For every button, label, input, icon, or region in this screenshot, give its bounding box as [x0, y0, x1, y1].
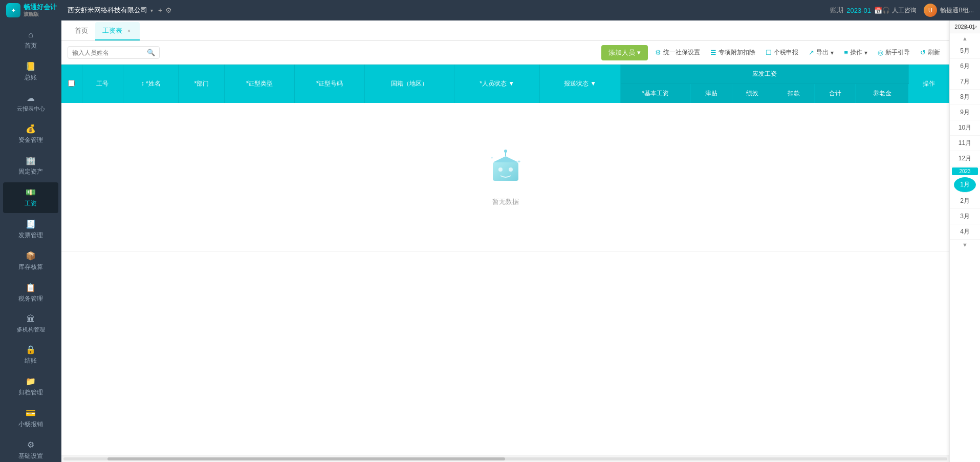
period-value[interactable]: 2023-01 — [846, 7, 871, 14]
th-deduction: 扣款 — [773, 84, 815, 103]
sidebar-item-settings[interactable]: ⚙ 基础设置 — [3, 435, 58, 462]
sidebar-item-expense[interactable]: 💳 小畅报销 — [3, 403, 58, 434]
month-item-2022-05[interactable]: 5月 — [950, 44, 980, 59]
th-checkbox[interactable] — [61, 65, 82, 103]
sidebar-item-tax[interactable]: 📋 税务管理 — [3, 278, 58, 308]
month-item-2022-09[interactable]: 9月 — [950, 105, 980, 120]
guide-label: 新手引导 — [885, 48, 910, 57]
sidebar-label-archive: 归档管理 — [18, 388, 43, 397]
sidebar-label-expense: 小畅报销 — [18, 420, 43, 429]
month-item-2022-07[interactable]: 7月 — [950, 74, 980, 90]
th-salary-group: 应发工资 — [620, 65, 908, 84]
add-employee-label: 添加人员 — [608, 48, 635, 57]
right-panel-close-icon[interactable]: ✕ — [962, 23, 970, 33]
sidebar-item-home[interactable]: ⌂ 首页 — [3, 25, 58, 55]
tax-report-button[interactable]: ☐ 个税申报 — [763, 46, 801, 59]
svg-point-3 — [509, 167, 513, 172]
settings-icon: ⚙ — [27, 440, 34, 450]
special-deduction-button[interactable]: ☰ 专项附加扣除 — [707, 46, 758, 59]
sidebar-item-invoice[interactable]: 🧾 发票管理 — [3, 214, 58, 245]
svg-marker-1 — [493, 156, 518, 162]
expense-icon: 💳 — [26, 408, 36, 418]
sidebar-label-cloud: 云报表中心 — [17, 105, 45, 113]
month-item-2023-04[interactable]: 4月 — [950, 224, 980, 240]
company-settings-button[interactable]: ⚙ — [165, 6, 172, 14]
th-operations: 操作 — [908, 65, 949, 103]
user-info[interactable]: U 畅捷通B组... — [924, 4, 974, 17]
home-icon: ⌂ — [28, 30, 33, 39]
export-button[interactable]: ↗ 导出 ▾ — [805, 46, 837, 59]
month-item-2022-11[interactable]: 11月 — [950, 136, 980, 151]
svg-point-2 — [498, 167, 503, 172]
sidebar-item-archive[interactable]: 📁 归档管理 — [3, 371, 58, 402]
search-input[interactable] — [72, 49, 144, 56]
sidebar-item-fund[interactable]: 💰 资金管理 — [3, 119, 58, 150]
add-company-button[interactable]: + — [158, 6, 162, 14]
tab-home[interactable]: 首页 — [68, 22, 95, 40]
svg-text:✦: ✦ — [490, 156, 494, 160]
month-item-2022-06[interactable]: 6月 — [950, 59, 980, 74]
sidebar-item-fixed-assets[interactable]: 🏢 固定资产 — [3, 151, 58, 181]
sidebar-item-ledger[interactable]: 📒 总账 — [3, 56, 58, 87]
add-employee-button[interactable]: 添加人员 ▾ — [601, 45, 648, 60]
month-item-2023-01[interactable]: 1月 — [954, 177, 976, 193]
th-department: *部门 — [179, 65, 225, 103]
tax-report-label: 个税申报 — [774, 48, 798, 57]
empty-state-icon: ✦ ✦ — [485, 148, 526, 189]
select-all-checkbox[interactable] — [68, 80, 75, 87]
sidebar-item-closing[interactable]: 🔒 结账 — [3, 340, 58, 370]
sidebar-item-multi-org[interactable]: 🏛 多机构管理 — [3, 309, 58, 339]
social-security-button[interactable]: ⚙ 统一社保设置 — [652, 46, 703, 59]
bottom-scrollbar[interactable] — [61, 455, 949, 462]
closing-icon: 🔒 — [26, 345, 36, 354]
month-item-2022-12[interactable]: 12月 — [950, 151, 980, 166]
right-panel-expand-icon[interactable]: ⤢ — [971, 23, 979, 33]
export-arrow: ▾ — [831, 49, 834, 56]
operate-button[interactable]: ≡ 操作 ▾ — [841, 46, 870, 59]
th-id-type: *证型类型 — [225, 65, 295, 103]
th-performance: 绩效 — [732, 84, 773, 103]
month-item-2023-03[interactable]: 3月 — [950, 209, 980, 224]
table-wrap: 工号 ↕ *姓名 *部门 *证型类型 *证型号码 国籍（地区） *人员状态 ▼ … — [61, 65, 949, 455]
sidebar-label-inventory: 库存核算 — [18, 263, 43, 271]
tab-salary-close[interactable]: × — [125, 27, 133, 34]
scrollbar-thumb[interactable] — [107, 457, 505, 460]
sidebar-label-invoice: 发票管理 — [18, 231, 43, 240]
building-icon: 🏢 — [26, 156, 36, 165]
refresh-label: 刷新 — [928, 48, 940, 57]
sidebar-label-settings: 基础设置 — [18, 452, 43, 460]
month-nav-up[interactable]: ▲ — [950, 33, 980, 44]
tab-salary[interactable]: 工资表 × — [95, 22, 140, 40]
th-nationality: 国籍（地区） — [365, 65, 454, 103]
app-title: 畅通好会计 — [24, 3, 57, 11]
support-button[interactable]: 🎧 人工咨询 — [882, 6, 917, 15]
invoice-icon: 🧾 — [26, 219, 36, 229]
sidebar-item-cloud-report[interactable]: ☁ 云报表中心 — [3, 88, 58, 118]
th-allowance: 津贴 — [690, 84, 732, 103]
month-list: ▲ 5月 6月 7月 8月 9月 10月 11月 — [950, 33, 980, 462]
month-item-2022-08[interactable]: 8月 — [950, 90, 980, 105]
guide-button[interactable]: ◎ 新手引导 — [875, 46, 913, 59]
company-dropdown-icon[interactable]: ▾ — [150, 8, 153, 13]
fund-icon: 💰 — [26, 124, 36, 134]
th-report-status[interactable]: 报送状态 ▼ — [540, 65, 621, 103]
year-2023-badge: 2023 — [952, 167, 978, 175]
refresh-button[interactable]: ↺ 刷新 — [917, 46, 943, 59]
sidebar-item-salary[interactable]: 💵 工资 — [3, 182, 58, 213]
svg-rect-0 — [493, 162, 518, 181]
sidebar-label-home: 首页 — [25, 41, 37, 50]
month-item-2022-10[interactable]: 10月 — [950, 120, 980, 136]
svg-point-5 — [504, 150, 507, 153]
social-security-icon: ⚙ — [655, 49, 661, 56]
company-selector[interactable]: 西安虾米网络科技有限公司 ▾ + ⚙ — [68, 6, 825, 15]
th-status[interactable]: *人员状态 ▼ — [454, 65, 540, 103]
top-right-actions: 🎧 人工咨询 U 畅捷通B组... — [882, 4, 974, 17]
th-name[interactable]: ↕ *姓名 — [123, 65, 179, 103]
calendar-icon[interactable]: 📅 — [874, 7, 882, 14]
month-nav-down[interactable]: ▼ — [950, 240, 980, 250]
month-item-2023-02[interactable]: 2月 — [950, 194, 980, 209]
guide-icon: ◎ — [878, 49, 883, 56]
salary-table: 工号 ↕ *姓名 *部门 *证型类型 *证型号码 国籍（地区） *人员状态 ▼ … — [61, 65, 949, 252]
tab-salary-label: 工资表 — [102, 26, 122, 35]
sidebar-item-inventory[interactable]: 📦 库存核算 — [3, 246, 58, 277]
